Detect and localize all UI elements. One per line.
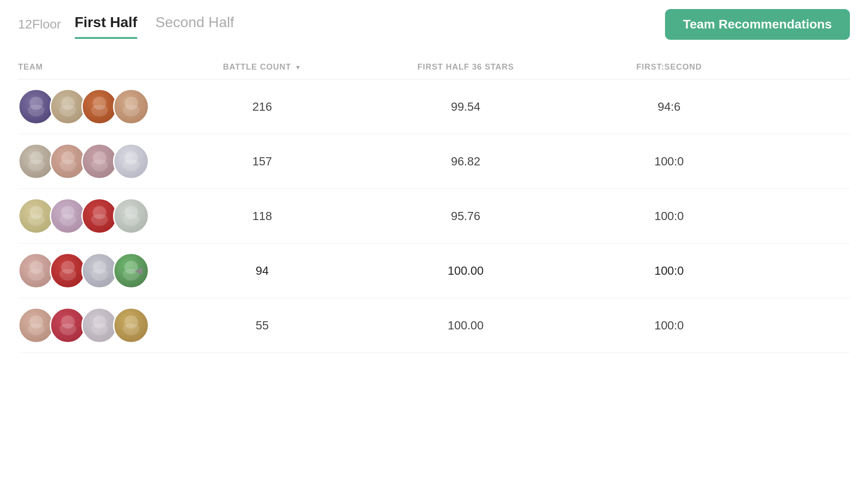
- battle-count-cell: 157: [172, 155, 353, 169]
- table-row: ◀ 94 100.00 100:0: [18, 244, 850, 298]
- ratio-cell: 100:0: [579, 209, 760, 223]
- ratio-cell: 100:0: [579, 155, 760, 169]
- sort-icon: ▼: [295, 64, 302, 71]
- team-avatars-row2: [18, 143, 172, 179]
- team-recommendations-button[interactable]: Team Recommendations: [665, 9, 850, 40]
- col-battle-count[interactable]: BATTLE COUNT ▼: [172, 62, 353, 72]
- data-table: TEAM BATTLE COUNT ▼ FIRST HALF 36 STARS …: [0, 40, 868, 353]
- avatar: [81, 253, 118, 289]
- ratio-cell: 94:6: [579, 100, 760, 114]
- col-first-half-stars: FIRST HALF 36 STARS: [353, 62, 579, 72]
- stars-cell: 95.76: [353, 209, 579, 223]
- avatar: [50, 253, 86, 289]
- stars-cell: 100.00: [353, 264, 579, 278]
- avatar: [81, 143, 118, 179]
- row-indicator-icon: ◀: [135, 265, 142, 277]
- team-avatars-row5: [18, 307, 172, 343]
- tab-first-half[interactable]: First Half: [75, 14, 137, 35]
- floor-label: 12Floor: [18, 17, 61, 32]
- table-header: TEAM BATTLE COUNT ▼ FIRST HALF 36 STARS …: [18, 53, 850, 80]
- tab-group: First Half Second Half: [75, 14, 234, 35]
- avatar: [50, 307, 86, 343]
- col-team: TEAM: [18, 62, 172, 72]
- battle-count-cell: 216: [172, 100, 353, 114]
- avatar: [18, 89, 54, 125]
- avatar: [50, 198, 86, 234]
- avatar: [81, 307, 118, 343]
- table-row: 118 95.76 100:0: [18, 189, 850, 244]
- avatar: [113, 143, 149, 179]
- avatar: [81, 89, 118, 125]
- ratio-cell: 100:0: [579, 264, 760, 278]
- battle-count-cell: 118: [172, 209, 353, 223]
- stars-cell: 100.00: [353, 319, 579, 333]
- avatar: [18, 198, 54, 234]
- avatar: [113, 307, 149, 343]
- battle-count-cell: 55: [172, 319, 353, 333]
- stars-cell: 99.54: [353, 100, 579, 114]
- avatar: [18, 307, 54, 343]
- header-left: 12Floor First Half Second Half: [18, 14, 234, 35]
- ratio-cell: 100:0: [579, 319, 760, 333]
- tab-second-half[interactable]: Second Half: [156, 14, 234, 35]
- table-row: 55 100.00 100:0: [18, 298, 850, 353]
- avatar: [18, 143, 54, 179]
- stars-cell: 96.82: [353, 155, 579, 169]
- page-header: 12Floor First Half Second Half Team Reco…: [0, 0, 868, 40]
- table-row: 216 99.54 94:6: [18, 80, 850, 134]
- col-first-second: FIRST:SECOND: [579, 62, 760, 72]
- team-avatars-row3: [18, 198, 172, 234]
- battle-count-cell: 94: [172, 264, 353, 278]
- table-row: 157 96.82 100:0: [18, 134, 850, 189]
- team-avatars-row1: [18, 89, 172, 125]
- avatar: [81, 198, 118, 234]
- team-avatars-row4: ◀: [18, 253, 172, 289]
- avatar: [113, 253, 149, 289]
- avatar: [50, 89, 86, 125]
- avatar: [113, 89, 149, 125]
- avatar: [113, 198, 149, 234]
- avatar: [18, 253, 54, 289]
- avatar: [50, 143, 86, 179]
